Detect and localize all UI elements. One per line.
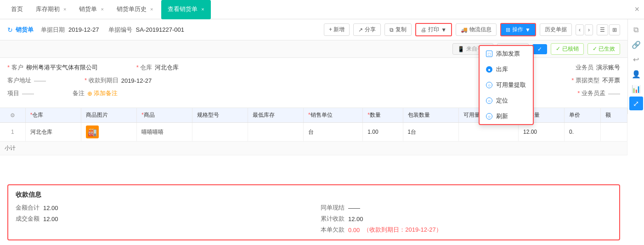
ticket-value: 不开票 (602, 76, 620, 85)
col-spec: 规格型号 (192, 108, 248, 123)
view-btns: ☰ ⊞ (597, 24, 620, 35)
sidebar-expand-icon[interactable]: ⤢ (629, 97, 643, 110)
sidebar-link-icon[interactable]: 🔗 (629, 38, 643, 51)
row-image: 🏭 (81, 123, 136, 142)
salesperson-field: 业务员 演示账号 (576, 63, 620, 72)
col-price: 单价 (565, 108, 601, 123)
cancelled-status-btn[interactable]: ✓ 已核销 (551, 43, 583, 55)
share-btn[interactable]: ↗ 分享 (353, 23, 381, 36)
product-image: 🏭 (86, 125, 99, 138)
add-note-btn[interactable]: ⊕ 添加备注 (87, 89, 118, 97)
salesperson2-label: 业务员孟 (577, 89, 605, 97)
operation-dropdown: □ 添加发票 ● 出库 ○ 可用量提取 ○ 定位 ○ 刷新 (479, 45, 534, 125)
note-label: 备注 (73, 89, 85, 97)
tab-inventory[interactable]: 库存期初 × (29, 0, 73, 19)
current-arrears-value: 0.00 (348, 227, 360, 234)
app-close-btn[interactable]: × (634, 5, 639, 14)
subtotal-label: 小计 (0, 142, 627, 155)
same-order-value: —— (348, 205, 360, 211)
deal-amount-label: 成交金额 (16, 215, 40, 223)
payment-date-label: 收款到期日 (85, 76, 119, 85)
project-label: 项目 (7, 89, 19, 97)
sidebar-chart-icon[interactable]: 📊 (629, 82, 643, 96)
print-btn[interactable]: 🖨 打印 ▼ (415, 23, 452, 36)
cumulative-collection-value: 12.00 (348, 216, 363, 222)
doc-meta: 单据日期 2019-12-27 单据编号 SA-20191227-001 (41, 26, 184, 34)
sidebar-user-icon[interactable]: 👤 (629, 67, 643, 81)
payment-info-title: 收款信息 (16, 191, 612, 199)
row-min-stock (248, 123, 304, 142)
grid-view-btn[interactable]: ⊞ (609, 24, 620, 35)
warehouse-value: 河北仓库 (155, 63, 179, 72)
row-stock: 12.00 (519, 123, 565, 142)
tab-inventory-close[interactable]: × (63, 6, 66, 12)
phone-icon: 📱 (458, 46, 464, 52)
row-amount (600, 123, 627, 142)
same-order-label: 同单现结 (321, 204, 345, 212)
row-warehouse: 河北仓库 (25, 123, 81, 142)
current-arrears-item: 本单欠款 0.00 （收款到期日：2019-12-27） (321, 226, 612, 234)
tab-home[interactable]: 首页 (5, 0, 29, 19)
customer-label: 客户 (7, 63, 23, 72)
effective-status-btn[interactable]: ✓ 已生效 (588, 43, 620, 55)
deal-amount-item: 成交金额 12.00 (16, 215, 307, 223)
tab-sales-close[interactable]: × (101, 6, 103, 12)
deal-amount-value: 12.00 (43, 216, 58, 222)
truck-icon: 🚚 (461, 27, 468, 33)
col-product: *商品 (136, 108, 192, 123)
payment-info-section: 收款信息 金额合计 12.00 同单现结 —— 成交金额 12.00 累计收款 … (7, 184, 620, 240)
check-circle2-icon: ✓ (593, 46, 597, 52)
check-circle-icon: ✓ (556, 46, 560, 52)
grid-icon: ⊞ (506, 27, 510, 33)
doc-actions: + 新增 ↗ 分享 ⧉ 复制 🖨 打印 ▼ 🚚 物流信息 (324, 23, 620, 36)
col-qty: *数量 (363, 108, 403, 123)
col-image: 商品图片 (81, 108, 136, 123)
address-value: —— (34, 77, 46, 84)
col-pack-qty: 包装数量 (403, 108, 458, 123)
new-btn[interactable]: + 新增 (324, 23, 350, 36)
project-field: 项目 —— (7, 89, 34, 97)
share-icon: ↗ (358, 27, 363, 33)
dropdown-available-qty[interactable]: ○ 可用量提取 (480, 77, 533, 93)
total-amount-label: 金额合计 (16, 204, 40, 212)
check-btn[interactable]: ✓ (532, 44, 547, 54)
list-view-btn[interactable]: ☰ (597, 24, 608, 35)
tab-view-sales[interactable]: 查看销货单 × (161, 0, 210, 19)
tab-sales-history-close[interactable]: × (150, 6, 153, 12)
operation-btn[interactable]: ⊞ 操作 ▼ (500, 23, 536, 36)
payment-info-grid: 金额合计 12.00 同单现结 —— 成交金额 12.00 累计收款 12.00… (16, 204, 612, 234)
tab-view-sales-close[interactable]: × (201, 6, 204, 12)
col-gear: ⚙ (0, 108, 25, 123)
project-value: —— (22, 90, 34, 97)
sidebar-copy-icon[interactable]: ⧉ (629, 23, 643, 37)
logistics-btn[interactable]: 🚚 物流信息 (456, 23, 497, 36)
prev-btn[interactable]: ‹ (576, 24, 584, 35)
outbound-icon: ● (486, 66, 492, 73)
address-label: 客户地址 (7, 76, 31, 85)
col-unit: *销售单位 (304, 108, 363, 123)
col-amount: 额 (600, 108, 627, 123)
nav-arrows: ‹ › (576, 24, 593, 35)
total-amount-item: 金额合计 12.00 (16, 204, 307, 212)
same-order-item: 同单现结 —— (321, 204, 612, 212)
plus-icon: ⊕ (87, 90, 92, 97)
cumulative-collection-label: 累计收款 (321, 215, 345, 223)
row-spec (192, 123, 248, 142)
tab-sales-history[interactable]: 销货单历史 × (110, 0, 159, 19)
total-amount-value: 12.00 (43, 205, 58, 211)
col-warehouse: *仓库 (25, 108, 81, 123)
dropdown-add-invoice[interactable]: □ 添加发票 (480, 46, 533, 62)
salesperson2-value: —— (608, 90, 620, 97)
add-invoice-icon: □ (486, 51, 492, 57)
next-btn[interactable]: › (585, 24, 593, 35)
sidebar-rotate-icon[interactable]: ↩ (629, 52, 643, 66)
row-available (458, 123, 518, 142)
right-sidebar: ⧉ 🔗 ↩ 👤 📊 ⤢ (627, 19, 644, 114)
dropdown-refresh[interactable]: ○ 刷新 (480, 108, 533, 124)
tab-sales[interactable]: 销货单 × (73, 0, 110, 19)
history-btn[interactable]: 历史单据 (540, 23, 572, 36)
current-arrears-label: 本单欠款 (321, 226, 345, 234)
copy-btn[interactable]: ⧉ 复制 (384, 23, 412, 36)
dropdown-locate[interactable]: ○ 定位 (480, 93, 533, 108)
dropdown-outbound[interactable]: ● 出库 (480, 62, 533, 77)
